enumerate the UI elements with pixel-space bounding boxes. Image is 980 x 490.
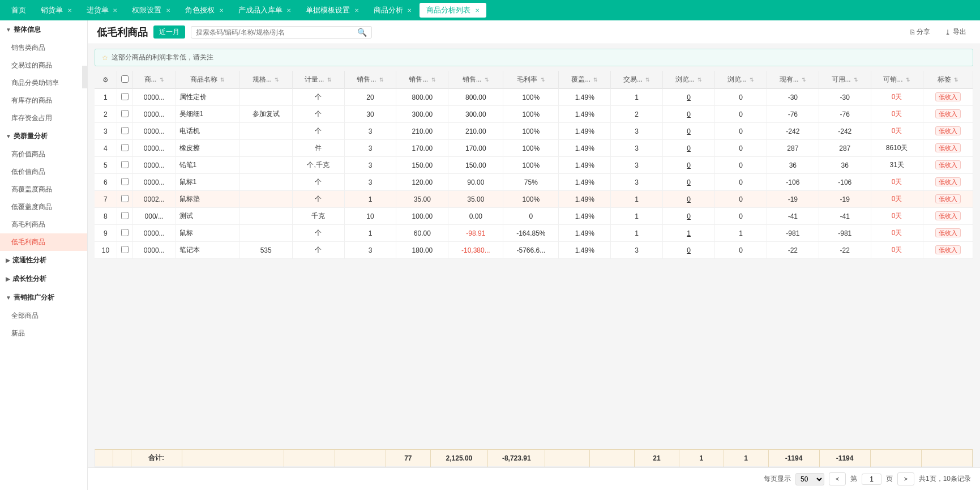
sidebar-item-high-value[interactable]: 高价值商品 <box>0 146 87 163</box>
row-browse1[interactable]: 0 <box>663 157 715 174</box>
row-select-checkbox[interactable] <box>121 127 129 134</box>
nav-analysis[interactable]: 商品分析 ✕ <box>367 3 419 18</box>
col-name[interactable]: 商品名称 ⇅ <box>176 71 239 89</box>
nav-purchase[interactable]: 进货单 ✕ <box>80 3 125 18</box>
row-browse1[interactable]: 0 <box>663 123 715 140</box>
close-icon[interactable]: ✕ <box>113 7 117 14</box>
nav-product-entry[interactable]: 产成品入库单 ✕ <box>232 3 298 18</box>
sidebar-group-marketing[interactable]: ▼ 营销推广分析 <box>0 288 87 307</box>
row-browse1[interactable]: 0 <box>663 106 715 123</box>
sidebar-item-inventory-funds[interactable]: 库存资金占用 <box>0 109 87 127</box>
row-tag: 低收入 <box>923 123 973 140</box>
sidebar-group-cluster[interactable]: ▼ 类群量分析 <box>0 127 87 146</box>
prev-page-button[interactable]: ＜ <box>829 472 846 485</box>
table-row: 9 0000... 鼠标 个 1 60.00 -98.91 -164.85% 1… <box>95 225 973 242</box>
row-browse1[interactable]: 1 <box>663 225 715 242</box>
row-browse1[interactable]: 0 <box>663 89 715 106</box>
row-select-checkbox[interactable] <box>121 229 129 236</box>
row-code: 0000... <box>132 225 176 242</box>
col-gross-rate[interactable]: 毛利率 ⇅ <box>503 71 559 89</box>
table-row: 6 0000... 鼠标1 个 3 120.00 90.00 75% 1.49%… <box>95 174 973 191</box>
row-select-checkbox[interactable] <box>121 161 129 168</box>
sidebar-collapse-btn[interactable]: 《 <box>82 66 88 88</box>
sidebar-item-category-rate[interactable]: 商品分类助销率 <box>0 74 87 92</box>
next-page-button[interactable]: ＞ <box>897 472 914 485</box>
sidebar-item-sales-goods[interactable]: 销售类商品 <box>0 39 87 57</box>
nav-home[interactable]: 首页 <box>5 3 33 18</box>
sidebar-item-low-margin[interactable]: 低毛利商品 <box>0 233 87 251</box>
col-sales-price[interactable]: 销售... ⇅ <box>396 71 448 89</box>
col-available[interactable]: 可用... ⇅ <box>819 71 871 89</box>
row-select-checkbox[interactable] <box>121 246 129 253</box>
nav-role[interactable]: 角色授权 ✕ <box>178 3 230 18</box>
row-checkbox[interactable] <box>117 225 132 242</box>
sidebar-item-all-goods[interactable]: 全部商品 <box>0 307 87 325</box>
nav-template[interactable]: 单据模板设置 ✕ <box>299 3 366 18</box>
row-select-checkbox[interactable] <box>121 178 129 185</box>
export-button[interactable]: ⤓ 导出 <box>940 25 971 39</box>
col-sales-qty[interactable]: 销售... ⇅ <box>344 71 396 89</box>
row-checkbox[interactable] <box>117 106 132 123</box>
col-browse2[interactable]: 浏览... ⇅ <box>715 71 767 89</box>
row-select-checkbox[interactable] <box>121 110 129 117</box>
row-checkbox[interactable] <box>117 140 132 157</box>
col-current[interactable]: 现有... ⇅ <box>767 71 819 89</box>
row-checkbox[interactable] <box>117 123 132 140</box>
close-icon[interactable]: ✕ <box>407 7 412 14</box>
sidebar-group-overall[interactable]: ▼ 整体信息 <box>0 20 87 39</box>
row-checkbox[interactable] <box>117 174 132 191</box>
row-sellable: 0天 <box>871 208 923 225</box>
nav-sales[interactable]: 销货单 ✕ <box>34 3 79 18</box>
close-icon[interactable]: ✕ <box>67 7 72 14</box>
search-input[interactable] <box>196 28 357 36</box>
col-spec[interactable]: 规格... ⇅ <box>239 71 292 89</box>
close-icon[interactable]: ✕ <box>219 7 224 14</box>
col-trade[interactable]: 交易... ⇅ <box>611 71 663 89</box>
nav-permission[interactable]: 权限设置 ✕ <box>125 3 177 18</box>
sidebar-item-high-margin[interactable]: 高毛利商品 <box>0 216 87 233</box>
sidebar-item-low-value[interactable]: 低价值商品 <box>0 163 87 181</box>
col-unit[interactable]: 计量... ⇅ <box>292 71 344 89</box>
sidebar-item-low-coverage[interactable]: 低覆盖度商品 <box>0 198 87 216</box>
sidebar-item-high-coverage[interactable]: 高覆盖度商品 <box>0 181 87 198</box>
row-checkbox[interactable] <box>117 157 132 174</box>
row-select-checkbox[interactable] <box>121 93 129 100</box>
col-sellable[interactable]: 可销... ⇅ <box>871 71 923 89</box>
sidebar-group-flow[interactable]: ▶ 流通性分析 <box>0 251 87 270</box>
close-icon[interactable]: ✕ <box>354 7 359 14</box>
sidebar-item-traded-goods[interactable]: 交易过的商品 <box>0 57 87 74</box>
close-icon[interactable]: ✕ <box>286 7 291 14</box>
sidebar-item-inventory-goods[interactable]: 有库存的商品 <box>0 92 87 109</box>
col-sales-profit[interactable]: 销售... ⇅ <box>448 71 503 89</box>
row-browse1[interactable]: 0 <box>663 191 715 208</box>
row-browse1[interactable]: 0 <box>663 174 715 191</box>
row-checkbox[interactable] <box>117 89 132 106</box>
col-settings[interactable]: ⚙ <box>95 71 117 89</box>
row-checkbox[interactable] <box>117 208 132 225</box>
row-select-checkbox[interactable] <box>121 212 129 219</box>
col-code[interactable]: 商... ⇅ <box>132 71 176 89</box>
sidebar-item-new-goods[interactable]: 新品 <box>0 325 87 342</box>
page-number-input[interactable] <box>862 474 881 485</box>
row-coverage: 1.49% <box>559 123 611 140</box>
col-coverage[interactable]: 覆盖... ⇅ <box>559 71 611 89</box>
select-all-checkbox[interactable] <box>121 75 129 83</box>
row-select-checkbox[interactable] <box>121 195 129 202</box>
close-icon[interactable]: ✕ <box>166 7 170 14</box>
col-checkbox[interactable] <box>117 71 132 89</box>
close-icon[interactable]: ✕ <box>475 7 480 14</box>
nav-analysis-list[interactable]: 商品分析列表 ✕ <box>420 3 486 18</box>
filter-button[interactable]: 近一月 <box>153 25 185 39</box>
per-page-select[interactable]: 50 100 200 <box>795 473 824 485</box>
col-browse1[interactable]: 浏览... ⇅ <box>663 71 715 89</box>
row-browse1[interactable]: 0 <box>663 242 715 259</box>
row-checkbox[interactable] <box>117 242 132 259</box>
col-tag[interactable]: 标签 ⇅ <box>923 71 973 89</box>
row-checkbox[interactable] <box>117 191 132 208</box>
share-button[interactable]: ⎘ 分享 <box>906 25 935 39</box>
row-browse1[interactable]: 0 <box>663 140 715 157</box>
row-select-checkbox[interactable] <box>121 144 129 151</box>
search-icon[interactable]: 🔍 <box>357 28 367 37</box>
row-browse1[interactable]: 0 <box>663 208 715 225</box>
sidebar-group-growth[interactable]: ▶ 成长性分析 <box>0 270 87 288</box>
